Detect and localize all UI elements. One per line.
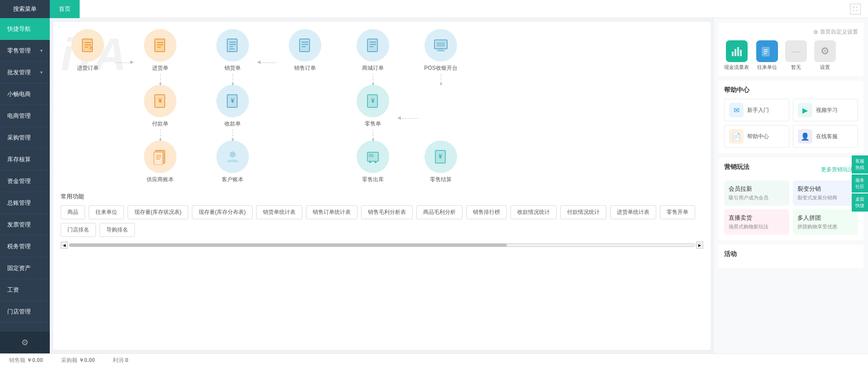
func-btn-purchase-stat[interactable]: 进货单统计表 (610, 205, 656, 219)
common-functions-section: 常用功能 商品 往来单位 现存量(库存状况表) 现存量(库存分布表) 销货单统计… (61, 193, 703, 237)
sidebar: 快捷导航 零售管理 ▾ 批发管理 ▾ 小畅电商 电商管理 采购管理 库存核算 资… (0, 18, 50, 353)
help-item-help[interactable]: 📄 帮助中心 (724, 125, 789, 148)
bottom-stats-bar: 销售额 ￥0.00 采购额 ￥0.00 利润 0 (0, 353, 868, 367)
svg-rect-60 (737, 47, 739, 56)
scroll-right-button[interactable]: ▶ (696, 241, 703, 249)
sidebar-item-purchase[interactable]: 采购管理 (0, 127, 50, 149)
sidebar-item-finance[interactable]: 资金管理 (0, 170, 50, 192)
svg-rect-46 (154, 152, 163, 165)
flow-node-purchase-receipt[interactable]: 进货单 (133, 29, 187, 72)
func-btn-partners[interactable]: 往来单位 (89, 205, 124, 219)
func-btn-stock-dist[interactable]: 现存量(库存分布表) (192, 205, 253, 219)
scroll-thumb (69, 244, 507, 246)
func-btn-sales-stat[interactable]: 销货单统计表 (256, 205, 302, 219)
flow-node-mall-order[interactable]: 商城订单 (346, 29, 400, 72)
marketing-title: 营销玩法 (724, 163, 749, 171)
service-icon: 👤 (798, 129, 812, 144)
sidebar-item-ledger[interactable]: 总账管理 (0, 192, 50, 214)
customer-account-icon (216, 140, 249, 173)
help-item-service[interactable]: 👤 在线客服 (793, 125, 858, 148)
svg-rect-30 (437, 42, 445, 47)
help-grid: ✉ 新手入门 ▶ 视频学习 📄 帮助中心 👤 在线客服 (724, 99, 858, 148)
flow-node-retail-order[interactable]: ¥ 零售单 (346, 85, 400, 128)
customize-setting-button[interactable]: ⚙ 首页自定义设置 (813, 28, 858, 36)
func-btn-goods-profit[interactable]: 商品毛利分析 (416, 205, 463, 219)
flow-node-purchase-order[interactable]: 进货订单 (61, 29, 115, 72)
sidebar-item-quick-nav[interactable]: 快捷导航 (0, 18, 50, 40)
flow-node-sales-order[interactable]: 销售订单 (278, 29, 332, 72)
func-btn-stock-status[interactable]: 现存量(库存状况表) (128, 205, 188, 219)
help-item-video[interactable]: ▶ 视频学习 (793, 99, 858, 121)
tab-home[interactable]: 首页 (50, 0, 80, 18)
search-menu-button[interactable]: 搜索菜单 (0, 0, 50, 18)
flow-node-payment-out[interactable]: ¥ 付款单 (133, 85, 187, 128)
right-panel: ⚙ 首页自定义设置 现金 (714, 18, 868, 353)
flow-node-pos[interactable]: POS收银开台 (414, 29, 468, 72)
svg-point-50 (230, 152, 235, 157)
sidebar-item-invoice[interactable]: 发票管理 (0, 214, 50, 236)
flow-node-supplier-account[interactable]: 供应商账本 (133, 140, 187, 184)
horizontal-scrollbar: ◀ ▶ (61, 241, 703, 250)
retail-out-icon (357, 140, 389, 173)
help-item-beginner[interactable]: ✉ 新手入门 (724, 99, 789, 121)
sidebar-item-label: 库存核算 (7, 155, 31, 164)
sidebar-item-label: 门店管理 (7, 308, 31, 316)
quick-icon-empty[interactable]: — 暂无 (785, 40, 807, 71)
flow-node-retail-out[interactable]: 零售出库 (346, 140, 400, 184)
purchase-order-icon (72, 29, 104, 62)
sidebar-item-label: 固定资产 (7, 264, 31, 272)
content-area: iTA (50, 18, 868, 353)
quick-icon-settings[interactable]: ⚙ 设置 (814, 40, 836, 71)
marketing-grid: 会员拉新 吸引用户成为会员 裂变分销 裂变式发展分销商 直播卖货 场景式购物新玩… (724, 180, 858, 235)
sidebar-item-tax[interactable]: 税务管理 (0, 236, 50, 257)
flow-node-customer-account[interactable]: 客户账本 (205, 140, 260, 184)
tab-home-label: 首页 (59, 5, 71, 13)
flow-node-sales-receipt[interactable]: 销货单 (205, 29, 260, 72)
help-center-title: 帮助中心 (724, 86, 858, 94)
scroll-track[interactable] (69, 243, 695, 247)
quick-icon-partners[interactable]: 往来单位 (756, 40, 778, 71)
func-btn-store-rank[interactable]: 门店排名 (61, 223, 96, 237)
flow-node-retail-settle[interactable]: ¥ 零售结算 (414, 140, 468, 184)
sales-receipt-icon (216, 29, 249, 62)
function-buttons-grid: 商品 往来单位 现存量(库存状况表) 现存量(库存分布表) 销货单统计表 销售订… (61, 205, 703, 237)
func-btn-sales-rank[interactable]: 销售排行榜 (466, 205, 507, 219)
activity-section: 活动 (719, 245, 863, 268)
svg-rect-0 (82, 39, 92, 52)
beginner-icon: ✉ (729, 103, 744, 117)
quick-icon-cashflow[interactable]: 现金流量表 (724, 40, 749, 71)
marketing-group[interactable]: 多人拼团 拼团购物享受优惠 (793, 209, 858, 235)
func-btn-retail-order[interactable]: 零售开单 (660, 205, 695, 219)
sidebar-item-store-mgmt[interactable]: 门店管理 (0, 301, 50, 323)
func-btn-guide-rank[interactable]: 导购排名 (100, 223, 135, 237)
sidebar-item-label: 工资 (7, 286, 19, 294)
func-btn-payment-stat[interactable]: 付款情况统计 (560, 205, 606, 219)
sidebar-item-fixed-assets[interactable]: 固定资产 (0, 257, 50, 279)
flow-node-payment-in[interactable]: ¥ 收款单 (205, 85, 260, 128)
sidebar-item-inventory[interactable]: 库存核算 (0, 149, 50, 170)
scroll-left-button[interactable]: ◀ (61, 241, 68, 249)
sidebar-item-label: 采购管理 (7, 134, 31, 142)
marketing-fission[interactable]: 裂变分销 裂变式发展分销商 (793, 180, 858, 206)
marketing-member[interactable]: 会员拉新 吸引用户成为会员 (724, 180, 789, 206)
marketing-live[interactable]: 直播卖货 场景式购物新玩法 (724, 209, 789, 235)
sidebar-item-wholesale[interactable]: 批发管理 ▾ (0, 62, 50, 83)
func-btn-receipt-stat[interactable]: 收款情况统计 (510, 205, 557, 219)
float-community[interactable]: 服务社区 (852, 174, 868, 193)
func-btn-goods[interactable]: 商品 (61, 205, 85, 219)
search-menu-label: 搜索菜单 (13, 5, 37, 13)
sidebar-item-ecommerce-mgmt[interactable]: 电商管理 (0, 105, 50, 127)
partners-icon-box (756, 40, 778, 62)
top-bar: 搜索菜单 首页 ⛶ (0, 0, 868, 18)
fullscreen-button[interactable]: ⛶ (850, 4, 861, 14)
sidebar-settings-button[interactable]: ⚙ (0, 332, 50, 353)
sidebar-item-ecommerce-small[interactable]: 小畅电商 (0, 83, 50, 105)
func-btn-sales-order-stat[interactable]: 销售订单统计表 (306, 205, 358, 219)
float-desktop[interactable]: 桌面快捷 (852, 193, 868, 212)
activity-title: 活动 (724, 250, 858, 258)
float-customer-service[interactable]: 客服热线 (852, 155, 868, 174)
sidebar-item-payroll[interactable]: 工资 (0, 279, 50, 301)
func-btn-sales-profit[interactable]: 销售毛利分析表 (361, 205, 413, 219)
supplier-account-icon (144, 140, 176, 173)
sidebar-item-retail[interactable]: 零售管理 ▾ (0, 40, 50, 62)
